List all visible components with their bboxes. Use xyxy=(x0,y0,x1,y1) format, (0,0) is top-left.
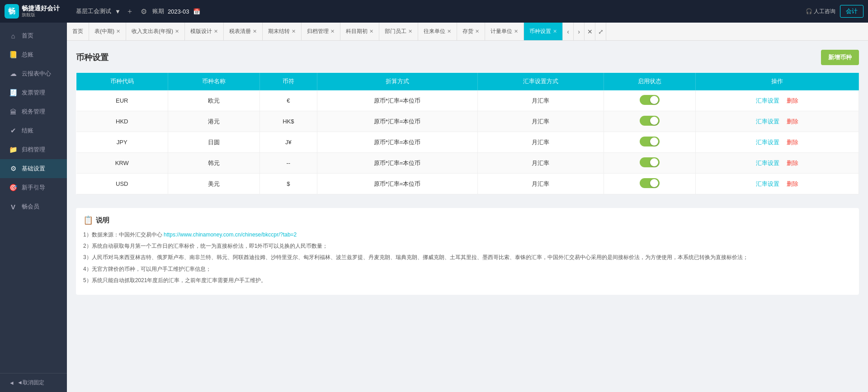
sidebar-label-basic: 基础设置 xyxy=(22,165,45,173)
currency-table: 币种代码 币种名称 币符 折算方式 汇率设置方式 启用状态 操作 EUR 欧元 … xyxy=(76,72,859,194)
home-icon: ⌂ xyxy=(9,32,17,40)
new-currency-button[interactable]: 新增币种 xyxy=(821,50,859,65)
toggle-enabled[interactable] xyxy=(640,116,660,126)
rate-setting-link[interactable]: 汇率设置 xyxy=(756,118,779,125)
tab-bar: 首页 表(中期) ✕ 收入支出表(年报) ✕ 模版设计 ✕ 税表清册 ✕ 期末结… xyxy=(67,23,868,41)
cell-status xyxy=(604,153,696,174)
add-tab-icon[interactable]: ＋ xyxy=(124,5,135,18)
cell-calc: 原币*汇率=本位币 xyxy=(317,90,477,111)
tab-close-taxclear[interactable]: ✕ xyxy=(253,28,257,34)
org-name: 基层工会测试 xyxy=(76,7,111,15)
sidebar-nav: ⌂ 首页 📒 总账 ☁ 云报表中心 🧾 发票管理 🏛 税务管理 ✔ 结账 xyxy=(0,23,67,373)
tab-close-currency[interactable]: ✕ xyxy=(553,28,557,34)
rate-setting-link[interactable]: 汇率设置 xyxy=(756,97,779,104)
tab-expand[interactable]: ⤢ xyxy=(595,23,606,41)
cell-symbol: HK$ xyxy=(260,111,317,132)
tab-subject[interactable]: 科目期初 ✕ xyxy=(340,23,379,41)
rate-setting-link[interactable]: 汇率设置 xyxy=(756,180,779,187)
sidebar-pin-toggle[interactable]: ◄ ◄取消固定 xyxy=(0,373,67,392)
tab-close-inventory[interactable]: ✕ xyxy=(475,28,479,34)
tab-taxclear[interactable]: 税表清册 ✕ xyxy=(224,23,263,41)
support-button[interactable]: 🎧 人工咨询 xyxy=(806,8,835,15)
tab-dept[interactable]: 部门员工 ✕ xyxy=(379,23,418,41)
vip-icon: V xyxy=(9,203,17,211)
page-content: 币种设置 新增币种 币种代码 币种名称 币符 折算方式 汇率设置方式 启用状态 … xyxy=(67,41,868,392)
cell-actions: 汇率设置 删除 xyxy=(696,90,859,111)
tab-balance[interactable]: 表(中期) ✕ xyxy=(89,23,126,41)
top-bar: 畅 畅捷通好会计 旗舰版 基层工会测试 ▼ ＋ ⚙ 账期 2023-03 📅 🎧… xyxy=(0,0,868,23)
sidebar-label-archive: 归档管理 xyxy=(22,146,45,154)
tab-close-archive-mgr[interactable]: ✕ xyxy=(330,28,335,34)
tab-close-balance[interactable]: ✕ xyxy=(116,28,120,34)
tab-nav-left[interactable]: ‹ xyxy=(563,23,574,41)
basic-icon: ⚙ xyxy=(9,165,17,173)
cell-calc: 原币*汇率=本位币 xyxy=(317,132,477,153)
delete-link[interactable]: 删除 xyxy=(787,180,798,187)
delete-link[interactable]: 删除 xyxy=(787,139,798,146)
tab-close-all[interactable]: ✕ xyxy=(585,23,595,41)
toggle-enabled[interactable] xyxy=(640,178,660,188)
tab-close-dept[interactable]: ✕ xyxy=(408,28,412,34)
rate-setting-link[interactable]: 汇率设置 xyxy=(756,139,779,146)
calendar-icon[interactable]: 📅 xyxy=(193,8,200,15)
guide-icon: 🎯 xyxy=(9,184,17,192)
sidebar-item-archive[interactable]: 📁 归档管理 xyxy=(0,140,67,159)
delete-link[interactable]: 删除 xyxy=(787,160,798,166)
settings-icon[interactable]: ⚙ xyxy=(139,5,149,18)
tab-close-subject[interactable]: ✕ xyxy=(369,28,373,34)
reports-icon: ☁ xyxy=(9,70,17,78)
sidebar-item-ledger[interactable]: 📒 总账 xyxy=(0,45,67,64)
delete-link[interactable]: 删除 xyxy=(787,97,798,104)
cell-status xyxy=(604,174,696,194)
tab-income[interactable]: 收入支出表(年报) ✕ xyxy=(126,23,185,41)
tab-close-partner[interactable]: ✕ xyxy=(447,28,451,34)
tab-close-unit[interactable]: ✕ xyxy=(514,28,518,34)
cell-actions: 汇率设置 删除 xyxy=(696,111,859,132)
notes-link[interactable]: https://www.chinamoney.com.cn/chinese/bk… xyxy=(164,231,297,238)
toggle-enabled[interactable] xyxy=(640,95,660,105)
sidebar-item-vip[interactable]: V 畅会员 xyxy=(0,197,67,216)
tab-unit[interactable]: 计量单位 ✕ xyxy=(485,23,524,41)
col-calc: 折算方式 xyxy=(317,73,477,90)
tab-inventory[interactable]: 存货 ✕ xyxy=(457,23,485,41)
cell-rate-type: 月汇率 xyxy=(477,90,604,111)
sidebar-item-basic[interactable]: ⚙ 基础设置 xyxy=(0,159,67,178)
tab-archive-mgr[interactable]: 归档管理 ✕ xyxy=(302,23,340,41)
delete-link[interactable]: 删除 xyxy=(787,118,798,125)
toggle-enabled[interactable] xyxy=(640,137,660,146)
tab-close-period-end[interactable]: ✕ xyxy=(292,28,296,34)
top-bar-center: 基层工会测试 ▼ ＋ ⚙ 账期 2023-03 📅 xyxy=(76,5,801,18)
table-row: HKD 港元 HK$ 原币*汇率=本位币 月汇率 汇率设置 删除 xyxy=(76,111,859,132)
period-label: 账期 xyxy=(152,7,164,15)
sidebar-item-reports[interactable]: ☁ 云报表中心 xyxy=(0,64,67,83)
sidebar-item-tax[interactable]: 🏛 税务管理 xyxy=(0,102,67,121)
tab-template[interactable]: 模版设计 ✕ xyxy=(185,23,224,41)
tab-close-template[interactable]: ✕ xyxy=(214,28,218,34)
note-item-4: 4）无官方牌价的币种，可以用户手工维护汇率信息； xyxy=(83,265,852,274)
tab-nav-right[interactable]: › xyxy=(574,23,585,41)
sidebar: ⌂ 首页 📒 总账 ☁ 云报表中心 🧾 发票管理 🏛 税务管理 ✔ 结账 xyxy=(0,23,67,392)
tab-period-end[interactable]: 期末结转 ✕ xyxy=(263,23,302,41)
cell-calc: 原币*汇率=本位币 xyxy=(317,174,477,194)
sidebar-item-settlement[interactable]: ✔ 结账 xyxy=(0,121,67,140)
toggle-enabled[interactable] xyxy=(640,157,660,167)
sidebar-label-home: 首页 xyxy=(22,32,33,40)
cell-symbol: -- xyxy=(260,153,317,174)
tab-partner[interactable]: 往来单位 ✕ xyxy=(418,23,457,41)
sidebar-item-home[interactable]: ⌂ 首页 xyxy=(0,26,67,45)
org-dropdown-icon[interactable]: ▼ xyxy=(115,8,121,15)
account-button[interactable]: 会计 xyxy=(840,5,863,18)
sidebar-item-invoice[interactable]: 🧾 发票管理 xyxy=(0,83,67,102)
col-symbol: 币符 xyxy=(260,73,317,90)
rate-setting-link[interactable]: 汇率设置 xyxy=(756,160,779,166)
tab-home[interactable]: 首页 xyxy=(67,23,89,41)
cell-code: EUR xyxy=(76,90,168,111)
sidebar-item-guide[interactable]: 🎯 新手引导 xyxy=(0,178,67,197)
cell-symbol: € xyxy=(260,90,317,111)
cell-rate-type: 月汇率 xyxy=(477,132,604,153)
tab-close-income[interactable]: ✕ xyxy=(175,28,179,34)
tab-currency[interactable]: 币种设置 ✕ xyxy=(524,23,563,41)
col-status: 启用状态 xyxy=(604,73,696,90)
logo-icon: 畅 xyxy=(5,4,19,19)
page-title: 币种设置 xyxy=(76,52,108,63)
